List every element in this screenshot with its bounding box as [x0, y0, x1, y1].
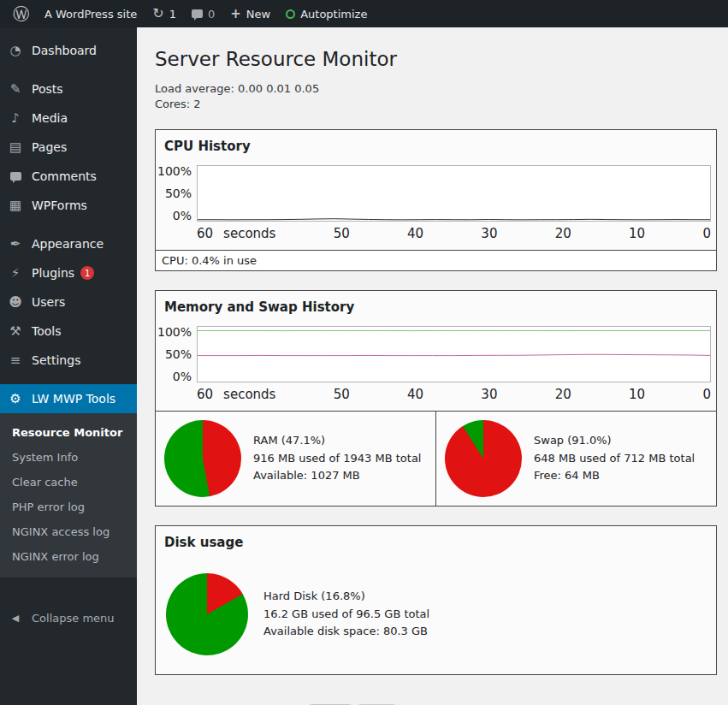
pages-icon: ▤: [7, 141, 24, 154]
collapse-menu-label: Collapse menu: [32, 612, 115, 625]
x-tick: 10: [629, 226, 645, 241]
sidebar-item-tools[interactable]: ⚒ Tools: [0, 317, 137, 346]
x-tick: 40: [407, 387, 423, 402]
cpu-line-chart: [197, 165, 711, 222]
disk-pie-chart: [166, 573, 248, 655]
cpu-status-text: CPU: 0.4% in use: [156, 250, 716, 270]
submenu-item-system-info[interactable]: System Info: [0, 445, 137, 470]
site-name: A WordPress site: [44, 8, 137, 21]
disk-title: Hard Disk (16.8%): [263, 588, 429, 606]
main-content: Server Resource Monitor Load average: 0.…: [137, 27, 728, 705]
posts-icon: ✎: [7, 83, 24, 96]
lw-mwp-tools-submenu: Resource Monitor System Info Clear cache…: [0, 413, 137, 578]
sidebar-item-comments[interactable]: Comments: [0, 162, 137, 191]
users-icon: ☻: [7, 296, 24, 309]
y-tick: 100%: [157, 326, 192, 338]
sidebar-item-media[interactable]: ♪ Media: [0, 104, 137, 133]
cpu-y-axis: 100% 50% 0%: [156, 165, 197, 222]
sidebar-item-label: Dashboard: [32, 44, 97, 57]
sidebar-item-plugins[interactable]: ⚡ Plugins 1: [0, 258, 137, 287]
sidebar-item-dashboard[interactable]: ◔ Dashboard: [0, 36, 137, 65]
menu-separator: [0, 375, 137, 384]
x-tick-group: 60seconds: [197, 387, 275, 402]
dashboard-icon: ◔: [7, 44, 24, 57]
comments-link[interactable]: 0: [184, 0, 222, 27]
sidebar-item-label: Users: [32, 295, 65, 309]
wp-logo-menu[interactable]: Ⓦ: [5, 0, 37, 27]
disk-detail: 16.2 GB used of 96.5 GB total: [263, 606, 429, 624]
memory-line-chart: [197, 326, 711, 382]
x-tick: 0: [702, 226, 711, 241]
x-tick: 20: [555, 387, 571, 402]
ram-title: RAM (47.1%): [253, 432, 421, 450]
cpu-chart-area: 100% 50% 0%: [156, 165, 716, 222]
plugins-update-badge: 1: [80, 266, 94, 280]
sidebar-item-users[interactable]: ☻ Users: [0, 287, 137, 317]
sidebar-item-settings[interactable]: ≡ Settings: [0, 346, 137, 375]
new-label: New: [246, 8, 270, 21]
plugins-icon: ⚡: [7, 267, 24, 280]
comments-icon: [7, 170, 24, 183]
x-tick: 10: [629, 387, 645, 402]
autoptimize-label: Autoptimize: [300, 8, 367, 21]
sidebar-item-posts[interactable]: ✎ Posts: [0, 74, 137, 104]
sidebar-item-pages[interactable]: ▤ Pages: [0, 133, 137, 162]
swap-free: Free: 64 MB: [534, 467, 695, 485]
sidebar-item-label: Pages: [32, 140, 67, 154]
swap-title: Swap (91.0%): [534, 432, 695, 450]
y-tick: 50%: [165, 348, 192, 360]
new-content-link[interactable]: + New: [222, 0, 278, 27]
submenu-item-resource-monitor[interactable]: Resource Monitor: [0, 420, 137, 445]
x-tick-group: 60seconds: [197, 226, 275, 241]
y-tick: 100%: [157, 165, 192, 177]
plus-icon: +: [230, 8, 241, 21]
sidebar-item-lw-mwp-tools[interactable]: ⚙ LW MWP Tools: [0, 384, 137, 413]
submenu-item-nginx-error-log[interactable]: NGINX error log: [0, 544, 137, 569]
ram-pie-chart: [164, 420, 241, 497]
swap-detail: 648 MB used of 712 MB total: [534, 450, 695, 468]
cores-text: Cores: 2: [155, 98, 717, 110]
sidebar-item-label: Appearance: [32, 237, 104, 251]
swap-usage-text: Swap (91.0%) 648 MB used of 712 MB total…: [534, 432, 695, 485]
sidebar-item-wpforms[interactable]: ▦ WPForms: [0, 191, 137, 220]
x-tick: 20: [555, 226, 571, 241]
ram-detail: 916 MB used of 1943 MB total: [253, 450, 421, 468]
sidebar-item-label: WPForms: [32, 198, 87, 212]
autoptimize-link[interactable]: Autoptimize: [278, 0, 375, 27]
comment-count: 0: [208, 8, 215, 21]
submenu-item-php-error-log[interactable]: PHP error log: [0, 495, 137, 519]
admin-sidebar: ◔ Dashboard ✎ Posts ♪ Media ▤ Pages Comm…: [0, 27, 137, 705]
memory-swap-panel: Memory and Swap History 100% 50% 0% 60se…: [155, 290, 717, 507]
ram-usage-text: RAM (47.1%) 916 MB used of 1943 MB total…: [253, 432, 421, 485]
update-icon: ↻: [152, 7, 163, 21]
disk-usage-panel: Disk usage Hard Disk (16.8%) 16.2 GB use…: [155, 525, 717, 675]
swap-pie-chart: [445, 420, 522, 497]
page-title: Server Resource Monitor: [155, 48, 717, 70]
disk-panel-title: Disk usage: [156, 526, 716, 561]
submenu-item-nginx-access-log[interactable]: NGINX access log: [0, 519, 137, 544]
tools-icon: ⚒: [7, 325, 24, 338]
y-tick: 0%: [173, 370, 192, 382]
ram-available: Available: 1027 MB: [253, 467, 421, 485]
x-tick: 50: [334, 226, 350, 241]
cpu-history-panel: CPU History 100% 50% 0% 60seconds 50 40 …: [155, 129, 717, 271]
sidebar-item-appearance[interactable]: ✒ Appearance: [0, 229, 137, 258]
updates-link[interactable]: ↻ 1: [145, 0, 184, 27]
y-tick: 50%: [165, 187, 192, 199]
gear-icon: ⚙: [7, 393, 24, 406]
site-name-link[interactable]: A WordPress site: [37, 0, 145, 27]
x-tick: 50: [334, 387, 350, 402]
collapse-menu-button[interactable]: ◀ Collapse menu: [0, 603, 137, 632]
x-tick: 30: [481, 387, 497, 402]
appearance-icon: ✒: [7, 238, 24, 251]
sidebar-item-label: Comments: [32, 169, 97, 183]
sidebar-item-label: Media: [32, 111, 68, 125]
cpu-panel-title: CPU History: [156, 130, 716, 165]
sidebar-item-label: LW MWP Tools: [32, 392, 115, 406]
memory-panel-title: Memory and Swap History: [156, 291, 716, 326]
x-tick: 40: [407, 226, 423, 241]
submenu-item-clear-cache[interactable]: Clear cache: [0, 470, 137, 495]
comments-icon: [192, 9, 203, 18]
load-average-text: Load average: 0.00 0.01 0.05: [155, 82, 717, 95]
sidebar-item-label: Tools: [32, 324, 62, 338]
